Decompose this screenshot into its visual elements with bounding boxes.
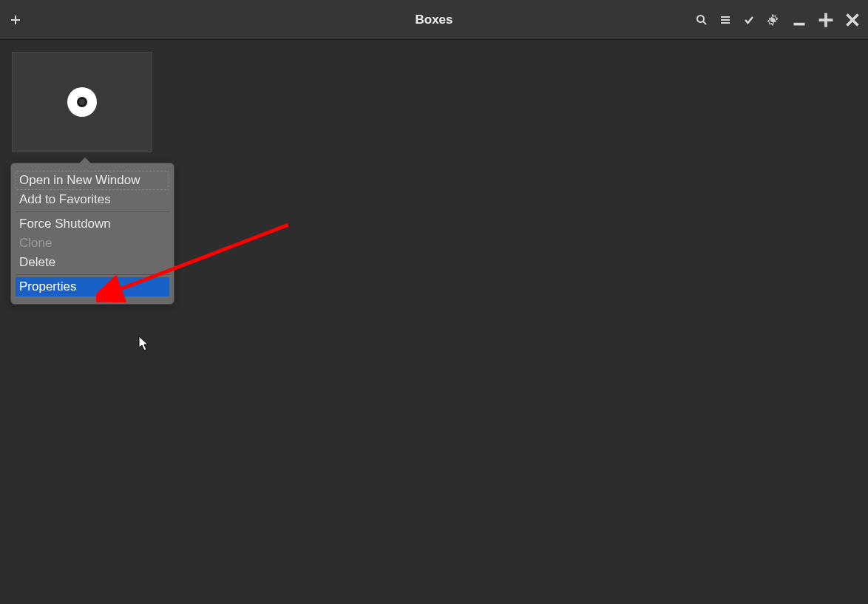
check-icon (743, 14, 755, 26)
minimize-button[interactable] (788, 9, 810, 31)
menu-properties[interactable]: Properties (16, 277, 169, 296)
menu-separator (16, 274, 169, 275)
new-button[interactable] (4, 9, 27, 31)
svg-rect-3 (721, 19, 730, 21)
svg-point-0 (697, 16, 704, 22)
svg-point-5 (771, 18, 774, 21)
headerbar-left (4, 9, 27, 31)
list-icon (719, 14, 731, 26)
app-title: Boxes (415, 13, 452, 27)
content-area: Open in New Window Add to Favorites Forc… (0, 40, 868, 604)
svg-rect-6 (794, 22, 805, 25)
search-button[interactable] (691, 9, 713, 31)
gear-icon (767, 14, 779, 26)
minimize-icon (788, 9, 810, 31)
svg-rect-2 (721, 16, 730, 18)
headerbar: Boxes (0, 0, 868, 40)
svg-rect-4 (721, 22, 730, 24)
menu-add-favorites[interactable]: Add to Favorites (16, 190, 169, 209)
menu-delete[interactable]: Delete (16, 253, 169, 272)
list-view-button[interactable] (714, 9, 736, 31)
context-menu: Open in New Window Add to Favorites Forc… (10, 163, 174, 305)
menu-clone: Clone (16, 234, 169, 253)
maximize-button[interactable] (815, 9, 837, 31)
close-icon (841, 9, 864, 31)
mouse-cursor (138, 336, 150, 352)
select-button[interactable] (738, 9, 760, 31)
menu-separator (16, 211, 169, 212)
svg-line-1 (703, 21, 706, 24)
maximize-icon (815, 9, 837, 31)
vm-thumbnail[interactable] (12, 52, 152, 152)
disc-icon (67, 87, 97, 117)
menu-force-shutdown[interactable]: Force Shutdown (16, 214, 169, 234)
search-icon (696, 14, 708, 26)
menu-open-new-window[interactable]: Open in New Window (16, 171, 169, 190)
settings-button[interactable] (762, 9, 784, 31)
disc-hole (77, 97, 87, 107)
close-button[interactable] (841, 9, 864, 31)
headerbar-right (691, 9, 864, 31)
plus-icon (10, 14, 21, 26)
